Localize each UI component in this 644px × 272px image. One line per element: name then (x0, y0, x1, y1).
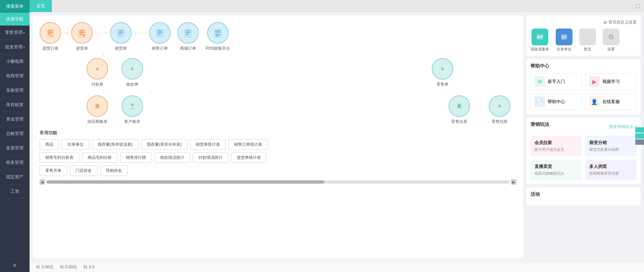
scroll-bar: ◀ ▶ (40, 179, 516, 185)
sidebar-item-label: 发票管理 (6, 145, 24, 151)
btn-retail-order[interactable]: 零售开单 (40, 166, 67, 176)
help-title: 帮助中心 (531, 63, 637, 69)
svg-rect-4 (78, 29, 86, 38)
btn-sales-stat[interactable]: 销货单统计表 (190, 139, 226, 150)
btn-sales-order-stat[interactable]: 销售订单统计表 (228, 139, 268, 150)
sales-order-icon[interactable] (149, 22, 171, 44)
receipt-icon[interactable]: ¥ (122, 58, 143, 80)
gear-icon: ⚙ (13, 263, 17, 268)
sidebar-item-purchase[interactable]: 采购管理 (0, 83, 30, 98)
retail-out-icon[interactable] (449, 95, 470, 117)
sales-icon[interactable] (110, 22, 132, 44)
btn-sales-rank[interactable]: 销售排行榜 (120, 152, 152, 163)
quick-icon-settings[interactable]: ⚙ 设置 (603, 29, 619, 52)
sidebar-item-ledger[interactable]: 总账管理 (0, 127, 30, 141)
sidebar-item-ecom-mgmt[interactable]: 电商管理 (0, 69, 30, 83)
marketing-item-member[interactable]: 会员拉新 吸引用户成为会员 (531, 136, 582, 156)
btn-goods-margin[interactable]: 商品毛利分析 (82, 152, 118, 163)
play-icon: ▶ (589, 76, 600, 87)
receipt-label: 收款单 (126, 82, 138, 87)
sidebar-item-assets[interactable]: 固定资产 (0, 170, 30, 184)
btn-purchase-stat[interactable]: 进货单统计表 (231, 152, 267, 163)
live-title: 直播卖货 (535, 164, 578, 170)
marketing-item-group[interactable]: 多人拼团 拼团购物享受优惠 (585, 160, 637, 180)
sidebar-item-inventory[interactable]: 库存核算 (0, 98, 30, 112)
gear-icon-small: ⚙ (603, 20, 607, 25)
sidebar-item-ecom-small[interactable]: 小畅电商 (0, 54, 30, 69)
marketing-title: 营销玩法 (531, 122, 549, 128)
sidebar-item-wholesale[interactable]: 批发管理 ▾ (0, 40, 30, 54)
sidebar-item-label: 电商管理 (6, 73, 24, 79)
btn-stock-dist[interactable]: 现存量(库存分布表) (141, 139, 187, 150)
quick-access-section: ⚙ 首页自定义设置 (526, 15, 641, 56)
marketing-section: 营销玩法 更多营销玩法 > 会员拉新 吸引用户成为会员 裂变分销 裂变式发展分销… (526, 118, 641, 184)
sidebar-settings-button[interactable]: ⚙ (0, 259, 30, 272)
none-icon (579, 29, 596, 45)
payment-icon[interactable]: ¥ (87, 58, 108, 80)
help-item-help[interactable]: 📄 帮助中心 (531, 93, 582, 110)
float-btn-desktop[interactable]: 桌面快捷 (635, 139, 644, 145)
scroll-right-button[interactable]: ▶ (511, 179, 516, 185)
sidebar-item-tax[interactable]: 税务管理 (0, 155, 30, 170)
flow-row-1: 进货订单 → (40, 22, 516, 51)
sidebar-item-salary[interactable]: 工资 (0, 184, 30, 199)
quick-icon-partners[interactable]: 往来单位 (556, 29, 572, 52)
sidebar-item-finance[interactable]: 资金管理 (0, 112, 30, 127)
purchase-label: 进货单 (76, 46, 88, 51)
bottom-bar: 吐 0.00元 吐 0.00元 吐 0.0 (30, 262, 644, 272)
help-item-video[interactable]: ▶ 视频学习 (585, 73, 637, 90)
customer-account-icon[interactable] (122, 95, 143, 117)
expand-button[interactable]: ⛶ (632, 0, 644, 12)
v-arr-receipt: ↓ (134, 89, 167, 94)
content-area: 进货订单 → (30, 12, 644, 262)
customize-label[interactable]: 首页自定义设置 (608, 19, 637, 25)
sidebar-item-retail[interactable]: 零售管理 ▾ (0, 26, 30, 40)
sidebar: 搜索菜单 快捷导航 零售管理 ▾ 批发管理 ▾ 小畅电商 电商管理 采购管理 库… (0, 0, 30, 272)
btn-goods[interactable]: 商品 (40, 139, 59, 150)
activity-section: 活动 (526, 187, 641, 206)
sidebar-search-button[interactable]: 搜索菜单 (0, 0, 30, 13)
partners-label: 往来单位 (557, 47, 571, 52)
btn-store-rank[interactable]: 门店排名 (70, 166, 97, 176)
node-customer-account: 客户账本 (122, 95, 143, 125)
btn-partners[interactable]: 往来单位 (62, 139, 89, 150)
more-marketing-link[interactable]: 更多营销玩法 > (609, 124, 637, 130)
cashflow-label: 现金流量表 (531, 47, 549, 52)
pos-icon[interactable] (207, 22, 229, 44)
flow-diagram: 进货订单 → (40, 22, 516, 125)
retail-order-icon[interactable]: ¥ (432, 58, 453, 80)
help-item-beginner[interactable]: ✉ 新手入门 (531, 73, 582, 90)
mall-order-icon[interactable] (177, 22, 199, 44)
sidebar-item-label: 税务管理 (6, 160, 24, 166)
person-icon: 👤 (589, 96, 600, 107)
btn-sales-margin[interactable]: 销售毛利分析表 (40, 152, 79, 163)
svg-rect-0 (47, 29, 54, 38)
sidebar-item-label: 小畅电商 (6, 58, 24, 64)
btn-receipt-stat[interactable]: 收款情况统计 (154, 152, 190, 163)
retail-settle-icon[interactable]: ¥ (489, 95, 510, 117)
btn-payment-stat[interactable]: 付款情况统计 (193, 152, 228, 163)
marketing-item-live[interactable]: 直播卖货 场景式购物新玩法 (531, 160, 582, 180)
marketing-item-fission[interactable]: 裂变分销 裂变式发展分销商 (585, 136, 637, 156)
float-btn-community[interactable]: 服务社区 (635, 133, 644, 139)
sidebar-item-label: 采购管理 (6, 87, 24, 93)
supplier-account-icon[interactable] (87, 95, 108, 117)
quick-icon-cashflow[interactable]: 现金流量表 (531, 29, 549, 52)
scroll-left-button[interactable]: ◀ (40, 179, 45, 185)
svg-text:¥: ¥ (441, 66, 444, 72)
sidebar-item-invoice[interactable]: 发票管理 (0, 141, 30, 155)
quick-icon-none[interactable]: 暂无 (579, 29, 596, 52)
sidebar-item-label: 批发管理 (5, 44, 22, 50)
purchase-icon[interactable] (71, 22, 93, 44)
help-item-service[interactable]: 👤 在线客服 (585, 93, 637, 110)
btn-guide-rank[interactable]: 导购排名 (100, 166, 128, 176)
purchase-order-icon[interactable] (40, 22, 61, 44)
tab-home[interactable]: 首页 (30, 0, 52, 12)
marketing-grid: 会员拉新 吸引用户成为会员 裂变分销 裂变式发展分销商 直播卖货 场景式购物新玩… (531, 136, 637, 180)
scroll-track[interactable] (46, 180, 510, 184)
float-btn-service[interactable]: 客服热线 (635, 127, 644, 133)
v-arrow-purchase (40, 51, 73, 57)
func-grid-row2: 销售毛利分析表 商品毛利分析 销售排行榜 收款情况统计 付款情况统计 进货单统计… (40, 152, 516, 163)
btn-stock-status[interactable]: 现存量(库存状况表) (92, 139, 138, 150)
activity-title: 活动 (531, 191, 637, 197)
